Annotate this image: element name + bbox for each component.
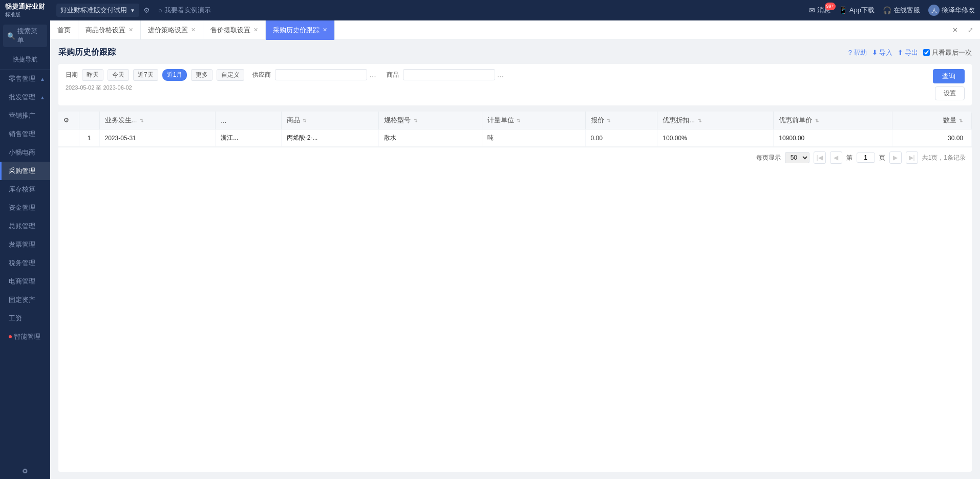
tab-home-label: 首页: [57, 26, 71, 35]
sidebar-item-invoice[interactable]: 发票管理: [0, 235, 50, 254]
th-unit[interactable]: 计量单位 ⇅: [482, 112, 585, 129]
sidebar-item-salary[interactable]: 工资: [0, 309, 50, 328]
first-page-btn[interactable]: |◀: [814, 151, 826, 164]
tab-close-icon[interactable]: ✕: [129, 27, 133, 33]
message-button[interactable]: ✉ 消息 99+: [809, 6, 830, 15]
only-last-input[interactable]: [923, 49, 930, 56]
app-title: 畅捷通好业财: [5, 3, 45, 11]
only-last-checkbox[interactable]: 只看最后一次: [923, 48, 972, 57]
date-more-btn[interactable]: 更多: [191, 69, 212, 81]
query-button[interactable]: 查询: [933, 69, 965, 83]
th-discount[interactable]: 优惠折扣... ⇅: [657, 112, 774, 129]
sort-icon: ⇅: [303, 118, 307, 123]
sidebar-item-ecommerce-small[interactable]: 小畅电商: [0, 143, 50, 162]
date-1month-btn[interactable]: 近1月: [162, 69, 187, 81]
prev-page-btn[interactable]: ◀: [830, 151, 842, 164]
th-goods-label: 商品: [287, 116, 300, 124]
sidebar-item-label: 小畅电商: [9, 148, 45, 157]
th-unit-price[interactable]: 优惠前单价 ⇅: [774, 112, 892, 129]
tab-purchase[interactable]: 采购历史价跟踪 ✕: [266, 20, 335, 40]
import-icon: ⬇: [872, 49, 878, 56]
tab-price[interactable]: 商品价格设置 ✕: [78, 20, 141, 40]
tab-maximize-button[interactable]: ⤢: [964, 24, 977, 37]
last-page-btn[interactable]: ▶|: [906, 151, 918, 164]
sidebar: 🔍 搜索菜单 快捷导航 零售管理 ▲ 批发管理 ▲ 营销推广 销售管理 小畅电: [0, 20, 50, 479]
demo-link[interactable]: ○ 我要看实例演示: [158, 6, 211, 15]
date-custom-btn[interactable]: 自定义: [217, 69, 244, 81]
sidebar-menu: 零售管理 ▲ 批发管理 ▲ 营销推广 销售管理 小畅电商 采购管理 库存核算: [0, 70, 50, 346]
th-more[interactable]: ...: [216, 112, 281, 129]
th-date[interactable]: 业务发生... ⇅: [99, 112, 216, 129]
tab-home[interactable]: 首页: [50, 20, 78, 40]
sidebar-item-inventory[interactable]: 库存核算: [0, 180, 50, 199]
user-info[interactable]: 人 徐泽华修改: [928, 5, 975, 16]
th-gear[interactable]: ⚙: [58, 112, 79, 129]
tab-close-icon[interactable]: ✕: [191, 27, 196, 33]
quick-nav[interactable]: 快捷导航: [0, 51, 50, 70]
tab-close-button[interactable]: ✕: [948, 24, 962, 37]
help-icon: ?: [848, 49, 852, 56]
sidebar-item-wholesale[interactable]: 批发管理 ▲: [0, 88, 50, 106]
sidebar-item-ledger[interactable]: 总账管理: [0, 217, 50, 235]
sidebar-item-smart[interactable]: 智能管理: [0, 328, 50, 346]
app-download-icon: 📱: [839, 6, 847, 14]
sidebar-search[interactable]: 🔍 搜索菜单: [0, 20, 50, 51]
sidebar-item-finance[interactable]: 资金管理: [0, 199, 50, 217]
td-goods: 丙烯酸-2-...: [281, 129, 379, 147]
settings-icon[interactable]: ⚙: [143, 6, 150, 14]
sort-icon: ⇅: [959, 118, 963, 123]
td-spec: 散水: [379, 129, 482, 147]
th-spec[interactable]: 规格型号 ⇅: [379, 112, 482, 129]
th-qty[interactable]: 数量 ⇅: [892, 112, 972, 129]
th-quote[interactable]: 报价 ⇅: [585, 112, 657, 129]
th-goods[interactable]: 商品 ⇅: [281, 112, 379, 129]
sidebar-item-purchase[interactable]: 采购管理: [0, 162, 50, 180]
sort-icon: ⇅: [698, 118, 702, 123]
table-row[interactable]: 1 2023-05-31 浙江... 丙烯酸-2-... 散水 吨 0.00 1…: [58, 129, 972, 147]
help-button[interactable]: ? 帮助: [848, 48, 867, 57]
page-label: 第: [846, 154, 853, 162]
td-unit-price: 10900.00: [774, 129, 892, 147]
sidebar-item-ecommerce[interactable]: 电商管理: [0, 272, 50, 291]
sidebar-item-label: 销售管理: [9, 129, 45, 139]
goods-dots-btn[interactable]: ...: [495, 70, 506, 79]
date-today-btn[interactable]: 今天: [108, 69, 129, 81]
version-label: 好业财标准版交付试用: [60, 6, 127, 15]
sidebar-item-assets[interactable]: 固定资产: [0, 291, 50, 309]
app-download-button[interactable]: 📱 App下载: [839, 6, 875, 15]
sidebar-item-sales[interactable]: 销售管理: [0, 125, 50, 143]
export-button[interactable]: ⬆ 导出: [898, 48, 918, 57]
arrow-icon: ▲: [40, 95, 45, 100]
sidebar-gear-button[interactable]: ⚙: [0, 463, 50, 479]
per-page-select[interactable]: 50: [785, 152, 809, 163]
td-seq: 1: [79, 129, 99, 147]
export-label: 导出: [905, 48, 918, 57]
sidebar-item-label: 零售管理: [9, 74, 40, 83]
th-more-label: ...: [221, 117, 226, 124]
setting-button[interactable]: 设置: [935, 86, 965, 100]
quick-nav-item[interactable]: 快捷导航: [0, 52, 50, 67]
demo-icon: ○: [158, 7, 162, 14]
table-body: 1 2023-05-31 浙江... 丙烯酸-2-... 散水 吨 0.00 1…: [58, 129, 972, 147]
tab-close-icon[interactable]: ✕: [253, 27, 258, 33]
tab-close-icon[interactable]: ✕: [323, 27, 327, 33]
sidebar-item-marketing[interactable]: 营销推广: [0, 106, 50, 125]
next-page-btn[interactable]: ▶: [889, 151, 902, 164]
tab-strategy[interactable]: 进价策略设置 ✕: [141, 20, 203, 40]
tab-sale[interactable]: 售价提取设置 ✕: [203, 20, 266, 40]
online-service-button[interactable]: 🎧 在线客服: [883, 6, 920, 15]
tab-strategy-label: 进价策略设置: [148, 26, 188, 35]
version-select[interactable]: 好业财标准版交付试用 ▼: [56, 4, 139, 17]
date-7days-btn[interactable]: 近7天: [133, 69, 158, 81]
page-input[interactable]: [857, 153, 875, 163]
pagination-bar: 每页显示 50 |◀ ◀ 第 页 ▶ ▶| 共1页，1条记录: [58, 147, 972, 168]
import-button[interactable]: ⬇ 导入: [872, 48, 892, 57]
supplier-input[interactable]: [275, 69, 367, 80]
sidebar-item-retail[interactable]: 零售管理 ▲: [0, 70, 50, 88]
date-yesterday-btn[interactable]: 昨天: [82, 69, 103, 81]
sidebar-item-label: 电商管理: [9, 277, 45, 286]
supplier-dots-btn[interactable]: ...: [367, 70, 378, 79]
sidebar-item-tax[interactable]: 税务管理: [0, 254, 50, 272]
table-header-row: ⚙ 业务发生... ⇅ ... 商品 ⇅: [58, 112, 972, 129]
goods-input[interactable]: [403, 69, 495, 80]
